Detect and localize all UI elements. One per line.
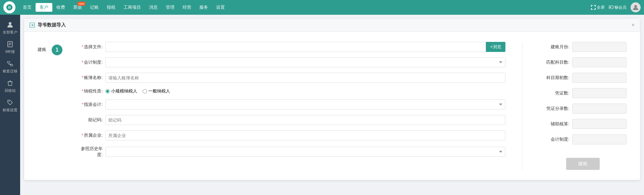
company-label: *所属企业: bbox=[76, 132, 103, 138]
right-field-build-month: 建账月份: bbox=[539, 42, 627, 52]
nav-operation[interactable]: 经营 bbox=[179, 3, 195, 12]
ledger-name-label: *账簿名称: bbox=[76, 75, 103, 81]
avatar[interactable] bbox=[631, 2, 641, 12]
svg-point-10 bbox=[634, 5, 637, 8]
right-field-match-subjects: 匹配科目数: bbox=[539, 57, 627, 67]
accountant-row: *指派会计: bbox=[76, 100, 505, 110]
member-label: 畅会员 bbox=[614, 5, 627, 10]
sidebar-item-label: 标签设置 bbox=[3, 108, 17, 113]
dialog-card: 导爷数据导入 × 建账 1 *选择文件: bbox=[24, 19, 640, 180]
svg-rect-1 bbox=[591, 5, 592, 7]
sidebar-item-all-customers[interactable]: 全部客户 bbox=[0, 18, 20, 38]
right-field-voucher-entries: 凭证分录数: bbox=[539, 104, 627, 114]
file-input-group: +浏览 bbox=[105, 42, 505, 52]
tag-icon bbox=[6, 99, 14, 107]
member-button[interactable]: 畅会员 bbox=[609, 5, 627, 10]
accountant-select[interactable] bbox=[105, 100, 505, 110]
migrate-icon bbox=[6, 60, 14, 68]
ledger-name-row: *账簿名称: bbox=[76, 73, 505, 83]
svg-point-11 bbox=[9, 22, 11, 25]
nav-customer[interactable]: 客户 bbox=[36, 3, 52, 12]
dialog-header: 导爷数据导入 bbox=[24, 19, 640, 32]
sidebar-item-label: 0申报 bbox=[5, 49, 15, 54]
build-month-label: 建账月份: bbox=[539, 44, 569, 50]
sidebar: 全部客户 0申报 账套迁移 回收站 标签设置 bbox=[0, 15, 20, 195]
subject-opening-label: 科目期初数: bbox=[539, 75, 569, 81]
main-layout: 全部客户 0申报 账套迁移 回收站 标签设置 bbox=[0, 15, 644, 195]
right-form: 建账月份: 匹配科目数: 科目期初数: 凭证数: bbox=[539, 42, 627, 170]
tax-type-radio-group: 小规模纳税人 一般纳税人 bbox=[105, 88, 170, 94]
nav-home[interactable]: 首页 bbox=[19, 3, 36, 12]
file-input[interactable] bbox=[105, 42, 486, 52]
voucher-entries-value bbox=[572, 104, 627, 114]
sidebar-item-zero-report[interactable]: 0申报 bbox=[0, 38, 20, 57]
form-area: 建账 1 *选择文件: +浏览 bbox=[24, 32, 640, 180]
fullscreen-label: 全屏 bbox=[597, 5, 605, 10]
company-input[interactable] bbox=[105, 130, 505, 140]
nav-settings[interactable]: 设置 bbox=[212, 3, 229, 12]
sidebar-item-label: 全部客户 bbox=[3, 30, 17, 35]
svg-rect-3 bbox=[595, 5, 596, 7]
accounting-system-select[interactable] bbox=[105, 57, 505, 67]
vertical-divider bbox=[522, 42, 523, 170]
tax-type-general[interactable]: 一般纳税人 bbox=[143, 88, 170, 94]
nav-business[interactable]: 工商项目 bbox=[119, 3, 145, 12]
left-form: *选择文件: +浏览 *会计制度: bbox=[76, 42, 505, 170]
top-nav: 首页 客户 收费 票据 new 记账 报税 工商项目 消息 管理 经营 服务 设… bbox=[0, 0, 644, 15]
history-year-row: 参照历史年度: bbox=[76, 146, 505, 158]
svg-rect-7 bbox=[595, 8, 596, 10]
svg-rect-9 bbox=[610, 7, 611, 8]
nav-service[interactable]: 服务 bbox=[195, 3, 212, 12]
nav-message[interactable]: 消息 bbox=[145, 3, 162, 12]
memo-code-row: 助记码: bbox=[76, 115, 505, 125]
accountant-label: *指派会计: bbox=[76, 102, 103, 108]
sidebar-item-trash[interactable]: 回收站 bbox=[0, 76, 20, 96]
build-account-button[interactable]: 建账 bbox=[566, 158, 600, 170]
voucher-count-value bbox=[572, 88, 627, 98]
voucher-entries-label: 凭证分录数: bbox=[539, 106, 569, 112]
nav-right: 全屏 畅会员 bbox=[591, 2, 641, 12]
right-field-aux-accounting: 辅助核算: bbox=[539, 119, 627, 129]
accounting-system-right-value bbox=[572, 134, 627, 144]
memo-code-input[interactable] bbox=[105, 115, 505, 125]
ledger-name-input[interactable] bbox=[105, 73, 505, 83]
new-badge: new bbox=[78, 2, 85, 6]
right-field-subject-opening: 科目期初数: bbox=[539, 73, 627, 83]
history-year-select[interactable] bbox=[105, 147, 505, 157]
nav-manage[interactable]: 管理 bbox=[162, 3, 179, 12]
nav-invoice[interactable]: 票据 new bbox=[69, 3, 86, 12]
right-field-voucher-count: 凭证数: bbox=[539, 88, 627, 98]
match-subjects-value bbox=[572, 57, 627, 67]
memo-code-label: 助记码: bbox=[76, 117, 103, 123]
accounting-system-right-label: 会计制度: bbox=[539, 136, 569, 142]
file-row: *选择文件: +浏览 bbox=[76, 42, 505, 52]
tax-type-small[interactable]: 小规模纳税人 bbox=[105, 88, 137, 94]
svg-point-18 bbox=[9, 101, 9, 102]
tax-type-row: *纳税性质: 小规模纳税人 一般纳税人 bbox=[76, 88, 505, 94]
nav-billing[interactable]: 收费 bbox=[52, 3, 69, 12]
sidebar-item-migrate[interactable]: 账套迁移 bbox=[0, 57, 20, 76]
aux-accounting-value bbox=[572, 119, 627, 129]
accounting-system-label: *会计制度: bbox=[76, 59, 103, 65]
sidebar-item-label: 回收站 bbox=[5, 88, 16, 93]
voucher-count-label: 凭证数: bbox=[539, 90, 569, 96]
dialog-close-button[interactable]: × bbox=[632, 22, 635, 28]
sidebar-item-tag-settings[interactable]: 标签设置 bbox=[0, 96, 20, 115]
nav-tax[interactable]: 报税 bbox=[103, 3, 119, 12]
fullscreen-button[interactable]: 全屏 bbox=[591, 5, 605, 10]
trash-icon bbox=[6, 79, 14, 87]
nav-bookkeeping[interactable]: 记账 bbox=[86, 3, 103, 12]
browse-button[interactable]: +浏览 bbox=[486, 42, 505, 52]
report-icon bbox=[6, 40, 14, 48]
history-year-label: 参照历史年度: bbox=[76, 146, 103, 158]
content-area: 导爷数据导入 × 建账 1 *选择文件: bbox=[20, 15, 644, 195]
nav-items: 首页 客户 收费 票据 new 记账 报税 工商项目 消息 管理 经营 服务 设… bbox=[19, 3, 591, 12]
tax-type-label: *纳税性质: bbox=[76, 88, 103, 94]
import-icon bbox=[30, 22, 35, 28]
company-row: *所属企业: bbox=[76, 130, 505, 140]
file-label: *选择文件: bbox=[76, 44, 103, 50]
build-month-value bbox=[572, 42, 627, 52]
svg-rect-17 bbox=[10, 64, 13, 66]
subject-opening-value bbox=[572, 73, 627, 83]
dialog-title: 导爷数据导入 bbox=[38, 22, 66, 28]
